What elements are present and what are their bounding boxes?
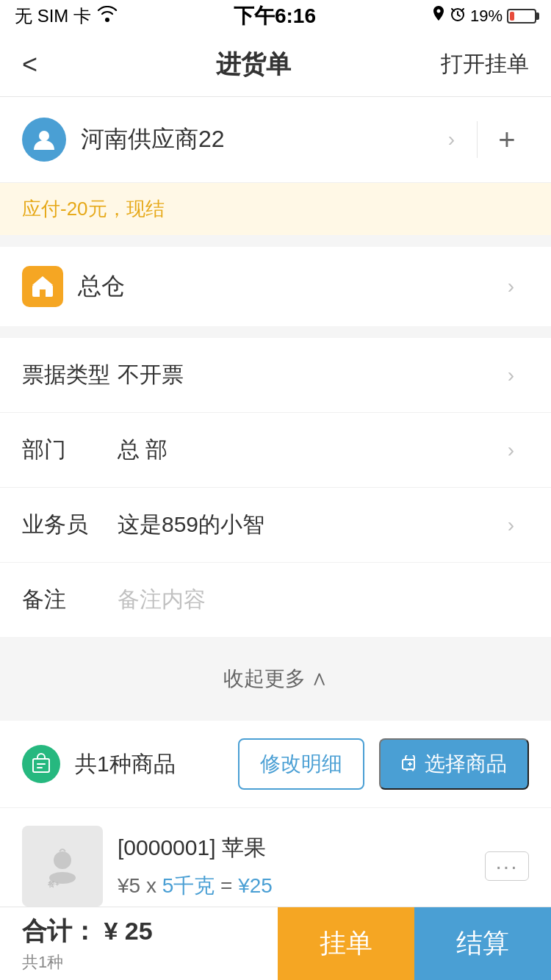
- supplier-notice: 应付-20元，现结: [0, 183, 551, 235]
- product-info: [0000001] 苹果 ¥5 x 5千克 = ¥25: [118, 833, 470, 900]
- supplier-name: 河南供应商22: [81, 123, 448, 156]
- salesman-value: 这是859的小智: [118, 510, 508, 540]
- edit-detail-button[interactable]: 修改明细: [238, 738, 364, 790]
- multiply-sign: x: [146, 874, 162, 897]
- department-label: 部门: [22, 435, 118, 465]
- location-icon: [432, 6, 445, 26]
- supplier-chevron-icon: ›: [448, 128, 455, 151]
- nav-bar: < 进货单 打开挂单: [0, 32, 551, 97]
- svg-marker-3: [32, 276, 53, 285]
- invoice-chevron-icon: ›: [508, 364, 514, 387]
- product-header: 共1种商品 修改明细 选择商品: [0, 721, 551, 808]
- department-value: 总 部: [118, 435, 508, 465]
- select-product-label: 选择商品: [425, 750, 507, 778]
- status-time: 下午6:16: [234, 2, 316, 30]
- warehouse-row[interactable]: 总仓 ›: [0, 247, 551, 326]
- salesman-label: 业务员: [22, 510, 118, 540]
- status-bar: 无 SIM 卡 下午6:16 19%: [0, 0, 551, 32]
- battery-icon: [507, 9, 536, 24]
- invoice-row[interactable]: 票据类型 不开票 ›: [0, 338, 551, 412]
- product-title: 苹果: [222, 835, 266, 860]
- invoice-label: 票据类型: [22, 360, 118, 390]
- product-count-text: 共1种商品: [75, 749, 223, 779]
- svg-point-10: [412, 769, 414, 771]
- svg-point-11: [54, 851, 71, 869]
- svg-text:餐+: 餐+: [48, 880, 60, 888]
- svg-rect-4: [40, 289, 46, 297]
- carrier-text: 无 SIM 卡: [15, 4, 91, 28]
- supplier-section: 河南供应商22 › + 应付-20元，现结: [0, 97, 551, 235]
- form-section: 票据类型 不开票 › 部门 总 部 › 业务员 这是859的小智 › 备注 备注…: [0, 338, 551, 637]
- total-label: 合计：: [22, 917, 97, 945]
- status-right: 19%: [432, 6, 536, 26]
- remark-row[interactable]: 备注 备注内容: [0, 562, 551, 637]
- department-chevron-icon: ›: [508, 439, 514, 462]
- svg-rect-6: [37, 763, 46, 765]
- equals-sign: =: [220, 874, 238, 897]
- open-hang-button[interactable]: 打开挂单: [441, 49, 529, 79]
- department-row[interactable]: 部门 总 部 ›: [0, 412, 551, 487]
- warehouse-icon: [22, 266, 63, 307]
- back-button[interactable]: <: [22, 49, 66, 80]
- divider: [477, 121, 478, 158]
- product-price-row: ¥5 x 5千克 = ¥25: [118, 872, 470, 900]
- wifi-icon: [97, 6, 118, 26]
- page-title: 进货单: [216, 48, 291, 82]
- salesman-row[interactable]: 业务员 这是859的小智 ›: [0, 487, 551, 562]
- supplier-avatar: [22, 118, 66, 162]
- product-more-button[interactable]: ···: [485, 851, 529, 881]
- line-total: ¥25: [238, 874, 273, 897]
- supplier-row[interactable]: 河南供应商22 › +: [0, 97, 551, 183]
- warehouse-section: 总仓 ›: [0, 247, 551, 326]
- product-section: 共1种商品 修改明细 选择商品 餐+ [0000001]: [0, 721, 551, 924]
- salesman-chevron-icon: ›: [508, 514, 514, 537]
- invoice-value: 不开票: [118, 360, 508, 390]
- product-thumbnail: 餐+: [22, 826, 103, 907]
- total-value: ¥ 25: [104, 917, 152, 945]
- remark-label: 备注: [22, 585, 118, 615]
- collapse-button[interactable]: 收起更多 ∧: [0, 649, 551, 709]
- checkout-button[interactable]: 结算: [414, 907, 551, 980]
- product-count-icon: [22, 745, 60, 783]
- add-supplier-button[interactable]: +: [485, 118, 529, 162]
- product-code: [0000001]: [118, 835, 215, 860]
- svg-point-9: [406, 769, 408, 771]
- bottom-bar: 合计： ¥ 25 共1种 挂单 结算: [0, 907, 551, 980]
- hang-button[interactable]: 挂单: [278, 907, 414, 980]
- select-product-button[interactable]: 选择商品: [379, 738, 529, 790]
- quantity: 5千克: [162, 874, 215, 897]
- svg-rect-7: [37, 767, 43, 768]
- warehouse-name: 总仓: [78, 270, 508, 303]
- remark-input[interactable]: 备注内容: [118, 585, 529, 615]
- status-left: 无 SIM 卡: [15, 4, 118, 28]
- battery-text: 19%: [470, 7, 503, 26]
- product-name: [0000001] 苹果: [118, 833, 470, 863]
- alarm-icon: [450, 6, 466, 26]
- total-count: 共1种: [22, 951, 256, 973]
- unit-price: ¥5: [118, 874, 140, 897]
- total-area: 合计： ¥ 25 共1种: [0, 907, 278, 980]
- svg-rect-5: [33, 759, 49, 772]
- total-amount: 合计： ¥ 25: [22, 915, 256, 948]
- warehouse-chevron-icon: ›: [508, 275, 514, 298]
- cart-icon: [401, 755, 419, 773]
- svg-point-1: [39, 131, 49, 141]
